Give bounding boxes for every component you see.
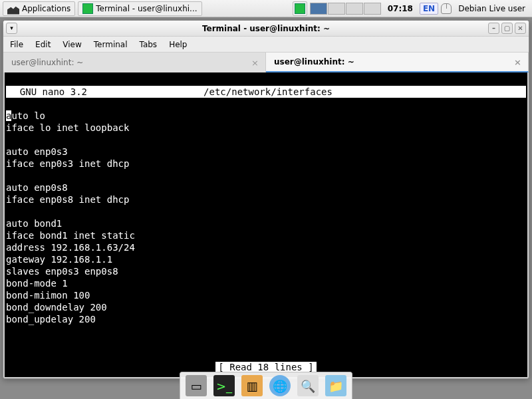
maximize-button[interactable]: ▢: [501, 23, 513, 34]
workspace-3[interactable]: [346, 3, 363, 15]
menu-edit[interactable]: Edit: [35, 40, 51, 49]
tab-2-label: user@linuxhint: ~: [274, 57, 354, 66]
window-title: Terminal - user@linuxhint: ~: [202, 24, 330, 33]
show-desktop-button[interactable]: [293, 1, 307, 16]
workspace-2[interactable]: [328, 3, 345, 15]
menu-view[interactable]: View: [63, 40, 81, 49]
nano-app-name: GNU nano 3.2: [6, 86, 90, 98]
nano-titlebar: GNU nano 3.2/etc/network/interfaces: [6, 86, 526, 98]
tab-1-label: user@linuxhint: ~: [11, 58, 83, 67]
menu-terminal[interactable]: Terminal: [94, 40, 128, 49]
taskbar-item-terminal[interactable]: Terminal - user@linuxhi...: [78, 1, 201, 16]
dock-app-finder[interactable]: 🔍: [297, 375, 319, 396]
tab-bar: user@linuxhint: ~ × user@linuxhint: ~ ×: [3, 53, 529, 72]
dock-show-desktop[interactable]: ▭: [186, 375, 207, 396]
close-button[interactable]: ✕: [515, 23, 526, 34]
terminal-icon: [82, 3, 93, 14]
menu-file[interactable]: File: [10, 40, 23, 49]
desktop-icon: [295, 3, 305, 14]
terminal-viewport[interactable]: GNU nano 3.2/etc/network/interfaces auto…: [3, 72, 529, 378]
dock-file-manager[interactable]: ▥: [241, 375, 263, 396]
applications-menu[interactable]: Applications: [3, 1, 75, 16]
mouse-icon[interactable]: [441, 3, 452, 14]
tab-2[interactable]: user@linuxhint: ~ ×: [266, 53, 529, 72]
workspace-pager[interactable]: [310, 3, 381, 15]
nano-file-path: /etc/network/interfaces: [90, 86, 446, 98]
applications-label: Applications: [22, 4, 70, 13]
minimize-button[interactable]: –: [488, 23, 499, 34]
terminal-window: ▾ Terminal - user@linuxhint: ~ – ▢ ✕ Fil…: [3, 20, 529, 379]
bottom-dock: ▭ >_ ▥ 🌐 🔍 📁: [180, 372, 352, 399]
nano-body: auto lo iface lo inet loopback auto enp0…: [6, 110, 135, 325]
dock-web-browser[interactable]: 🌐: [269, 375, 291, 396]
dock-terminal[interactable]: >_: [213, 375, 235, 396]
user-label[interactable]: Debian Live user: [454, 4, 529, 13]
clock[interactable]: 07:18: [384, 4, 417, 13]
nano-status-text: [ Read 18 lines ]: [215, 362, 316, 372]
menu-tabs[interactable]: Tabs: [140, 40, 158, 49]
tab-1-close-icon[interactable]: ×: [251, 58, 259, 68]
workspace-4[interactable]: [364, 3, 381, 15]
titlebar[interactable]: ▾ Terminal - user@linuxhint: ~ – ▢ ✕: [3, 21, 529, 37]
dock-home-folder[interactable]: 📁: [325, 375, 346, 396]
workspace-1[interactable]: [310, 3, 327, 15]
taskbar-label: Terminal - user@linuxhi...: [96, 4, 197, 13]
window-menu-icon[interactable]: ▾: [6, 23, 17, 34]
tab-1[interactable]: user@linuxhint: ~ ×: [3, 53, 266, 72]
menubar: File Edit View Terminal Tabs Help: [3, 37, 529, 53]
xfce-logo-icon: [7, 3, 19, 15]
nano-body-text: uto lo iface lo inet loopback auto enp0s…: [6, 110, 135, 325]
keyboard-layout[interactable]: EN: [420, 3, 438, 15]
top-panel: Applications Terminal - user@linuxhi... …: [0, 0, 532, 17]
tab-2-close-icon[interactable]: ×: [514, 57, 521, 67]
menu-help[interactable]: Help: [169, 40, 187, 49]
